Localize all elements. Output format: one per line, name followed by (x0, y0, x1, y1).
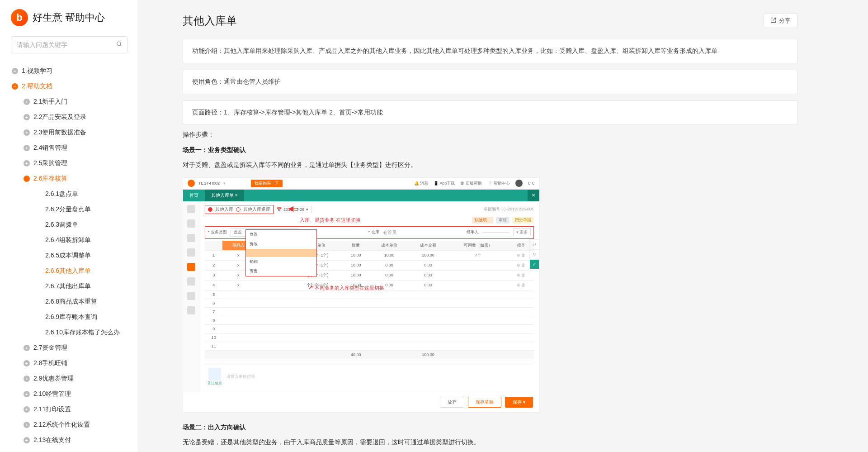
nav-label: 2.6.5成本调整单 (45, 252, 91, 260)
nav-item[interactable]: +2.3使用前数据准备 (11, 125, 137, 140)
collapse-icon: − (11, 82, 19, 90)
nav-item[interactable]: −2.帮助文档 (11, 79, 137, 94)
logo-row: b 好生意 帮助中心 (11, 9, 137, 26)
shot-side-icon4 (187, 248, 195, 257)
nav-item[interactable]: +2.10经营管理 (11, 386, 137, 402)
shot-wh-label: * 仓库 (368, 229, 379, 235)
shot-dd-opt-selected (246, 249, 316, 257)
nav-label: 2.6.9库存账本查询 (45, 313, 97, 321)
shot-side-icon3 (187, 234, 195, 242)
nav-item[interactable]: −2.6库存核算 (11, 171, 137, 186)
shot-dd-opt2: 拆装 (246, 239, 316, 249)
share-icon (770, 17, 776, 24)
shot-tab-close-icon: ✕ (528, 190, 539, 201)
expand-icon: + (23, 128, 31, 137)
nav-label: 2.6.1盘点单 (45, 190, 78, 198)
expand-icon: + (23, 375, 31, 383)
nav-label: 2.11打印设置 (33, 405, 71, 414)
steps-label: 操作步骤： (183, 131, 797, 139)
nav-label: 2.6.10库存账本错了怎么办 (45, 328, 120, 337)
shot-filter-label: * 业务类型 (208, 229, 227, 235)
nav-label: 2.帮助文档 (22, 82, 52, 90)
svg-line-1 (120, 45, 122, 46)
nav-item[interactable]: +2.11打印设置 (11, 402, 137, 417)
nav-item[interactable]: 2.6.3调拨单 (11, 217, 137, 233)
nav-item[interactable]: 2.6.1盘点单 (11, 186, 137, 202)
expand-icon: + (23, 113, 31, 121)
nav-item[interactable]: 2.6.7其他出库单 (11, 279, 137, 294)
nav-item[interactable]: +2.8手机旺铺 (11, 356, 137, 371)
shot-tool3-icon: ⤢ (529, 259, 539, 269)
shot-radio-group: 其他入库 其他入库退库 (205, 205, 274, 214)
role-block: 使用角色：通常由仓管人员维护 (183, 70, 797, 94)
shot-tag1: 快速填... (472, 217, 493, 224)
scenario1-title: 场景一：业务类型确认 (183, 146, 797, 154)
nav-label: 2.6库存核算 (33, 175, 67, 183)
nav-item[interactable]: +2.4销售管理 (11, 140, 137, 156)
nav-tree: +1.视频学习−2.帮助文档+2.1新手入门+2.2产品安装及登录+2.3使用前… (11, 63, 137, 452)
scenario1-text: 对于受赠、盘盈或是拆装入库等不同的业务，是通过单据头【业务类型】进行区分。 (183, 159, 797, 171)
shot-chevron-icon: ▾ (223, 181, 226, 186)
nav-item[interactable]: 2.6.10库存账本错了怎么办 (11, 325, 137, 340)
shot-tabbar: 首页 其他入库单 × ✕ (183, 190, 539, 201)
shot-msg-icon: 🔔 消息 (414, 181, 429, 186)
nav-item[interactable]: +1.视频学习 (11, 63, 137, 79)
shot-oldhelp-icon: 🗑 旧版帮助 (460, 181, 482, 186)
shot-tag3: 历史单据 (512, 217, 534, 224)
shot-remark-label: 备注信息 (208, 381, 222, 385)
shot-side-icon8 (187, 306, 195, 314)
shot-tool2-icon: ↻ (529, 249, 539, 259)
shot-tag2: 审核 (496, 217, 509, 224)
nav-label: 2.6.3调拨单 (45, 221, 78, 229)
shot-logo-icon (188, 180, 195, 187)
nav-item[interactable]: 2.6.8商品成本重算 (11, 294, 137, 309)
nav-item[interactable]: +2.9优惠券管理 (11, 371, 137, 386)
nav-item[interactable]: +2.2产品安装及登录 (11, 109, 137, 125)
nav-item[interactable]: 2.6.2分量盘点单 (11, 202, 137, 217)
nav-item[interactable]: +2.12系统个性化设置 (11, 417, 137, 433)
expand-icon: + (23, 436, 31, 444)
path-label: 页面路径： (192, 109, 224, 116)
nav-item[interactable]: 2.6.5成本调整单 (11, 248, 137, 263)
shot-sidebar (183, 201, 199, 392)
nav-item[interactable]: +2.13在线支付 (11, 433, 137, 448)
role-label: 使用角色： (192, 78, 224, 85)
scenario2-text1: 无论是受赠，还是其他类型的业务，由于入库商品质量等原因，需要退回，这时可通过单据… (183, 436, 797, 448)
shot-app-icon: 📱 App下载 (434, 181, 455, 186)
shot-side-icon-active (187, 263, 195, 271)
intro-block: 功能介绍：其他入库单用来处理除采购入库、产成品入库之外的其他入库业务，因此其他入… (183, 39, 797, 63)
nav-item[interactable]: +2.1新手入门 (11, 94, 137, 109)
search-box[interactable] (11, 36, 127, 53)
shot-row1: 其他入库 其他入库退库 ◀─ 📅 2019-12-26 ▾ 单据编号 JC-20… (205, 205, 534, 214)
nav-label: 1.视频学习 (22, 67, 52, 75)
shot-body: 其他入库 其他入库退库 ◀─ 📅 2019-12-26 ▾ 单据编号 JC-20… (183, 201, 539, 392)
shot-username: C C (528, 181, 535, 186)
expand-icon: + (23, 159, 31, 167)
shot-buy-button: 我要购买一下 (251, 180, 283, 187)
shot-right-toolbar: ⇄ ↻ ⤢ (529, 239, 539, 269)
nav-item[interactable]: 2.6.6其他入库单 (11, 263, 137, 279)
nav-spacer (34, 328, 42, 337)
nav-item[interactable]: +2.7资金管理 (11, 340, 137, 356)
shot-side-icon1 (187, 205, 195, 213)
embedded-screenshot: TEST-H002 ▾ 我要购买一下 🔔 消息 📱 App下载 🗑 旧版帮助 ❔… (183, 177, 540, 413)
shot-chevron-down-icon: ▾ (306, 207, 308, 212)
nav-item[interactable]: 2.6.4组装拆卸单 (11, 233, 137, 248)
shot-save-button: 保存 ▾ (505, 397, 533, 408)
nav-spacer (34, 313, 42, 321)
intro-text: 其他入库单用来处理除采购入库、产成品入库之外的其他入库业务，因此其他入库单可处理… (224, 47, 717, 54)
search-input[interactable] (11, 37, 127, 53)
nav-item[interactable]: 2.6.9库存账本查询 (11, 309, 137, 325)
nav-spacer (34, 205, 42, 214)
nav-item[interactable]: +2.14常见问题 (11, 448, 137, 452)
search-icon[interactable] (116, 41, 123, 49)
share-button[interactable]: 分享 (764, 14, 797, 28)
shot-more-button: ▾ 更多 (513, 228, 531, 236)
svg-point-0 (117, 42, 121, 45)
nav-spacer (34, 282, 42, 290)
share-label: 分享 (779, 17, 791, 25)
nav-label: 2.12系统个性化设置 (33, 421, 90, 429)
app-title: 好生意 帮助中心 (33, 11, 105, 24)
nav-item[interactable]: +2.5采购管理 (11, 156, 137, 171)
expand-icon: + (11, 67, 19, 75)
